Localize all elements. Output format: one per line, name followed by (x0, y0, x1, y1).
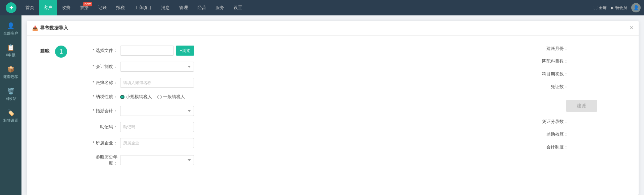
voucher-records-label: 凭证分录数： (538, 119, 568, 125)
step-label: 建账 (40, 48, 50, 54)
sidebar-item-0申报[interactable]: 📋0申报 (0, 41, 21, 61)
company-label: * 所属企业： (87, 140, 117, 146)
sidebar-icon: 📦 (7, 66, 14, 73)
nav-item-票据[interactable]: 票据new (75, 0, 93, 15)
nav-item-收费[interactable]: 收费 (57, 0, 75, 15)
sidebar-item-回收站[interactable]: 🗑️回收站 (0, 84, 21, 105)
accountant-label: * 指派会计： (87, 108, 117, 114)
nav-item-服务[interactable]: 服务 (211, 0, 229, 15)
match-subjects-row: 匹配科目数： (538, 58, 625, 64)
logo-icon: ✦ (6, 2, 16, 13)
vip-btn[interactable]: ▶ 畅会员 (611, 5, 627, 11)
nav-item-工商项目[interactable]: 工商项目 (130, 0, 156, 15)
nav-item-客户[interactable]: 客户 (39, 0, 57, 15)
fullscreen-icon: ⛶ (593, 5, 597, 10)
tax-type-row: * 纳税性质： 小规模纳税人 一般纳税人 (87, 94, 518, 100)
dialog-panel: 📥 导爷数据导入 × 建账 1 * 选择文件： (27, 21, 639, 195)
company-row: * 所属企业： (87, 138, 518, 148)
history-year-select[interactable] (120, 155, 194, 165)
step-area: 建账 1 (40, 46, 67, 172)
avatar[interactable]: 👤 (631, 3, 641, 12)
nav-item-报税[interactable]: 报税 (111, 0, 130, 15)
tax-type-general-input[interactable] (157, 95, 162, 99)
sidebar-item-全部客户[interactable]: 👤全部客户 (0, 19, 21, 39)
tax-type-small-label: 小规模纳税人 (126, 94, 152, 100)
account-name-input[interactable] (120, 78, 194, 88)
account-name-row: * 账簿名称： (87, 78, 518, 88)
vouchers-row: 凭证数： (538, 84, 625, 90)
sidebar-label: 0申报 (6, 53, 15, 58)
nav-badge-票据: new (83, 2, 92, 6)
accounting-label: * 会计制度： (87, 64, 117, 70)
sidebar-icon: 📋 (7, 44, 14, 51)
tax-type-general-radio[interactable]: 一般纳税人 (157, 94, 185, 100)
fullscreen-label: 全屏 (599, 5, 607, 11)
accounting-system-label: 会计制度： (538, 144, 568, 150)
tax-type-general-label: 一般纳税人 (163, 94, 185, 100)
month-label: 建账月份： (538, 46, 568, 52)
file-label: * 选择文件： (87, 48, 117, 54)
match-subjects-label: 匹配科目数： (538, 58, 568, 64)
sidebar: 👤全部客户📋0申报📦账套迁移🗑️回收站🏷️标签设置 (0, 15, 21, 195)
sidebar-label: 标签设置 (3, 118, 18, 123)
accounting-row: * 会计制度： (87, 62, 518, 72)
nav-right: ⛶ 全屏 ▶ 畅会员 👤 (593, 3, 641, 12)
info-section: 建账月份： 匹配科目数： 科目期初数： 凭证数： (538, 46, 625, 172)
file-input-group: +浏览 (120, 46, 194, 56)
nav-item-管理[interactable]: 管理 (175, 0, 193, 15)
sidebar-label: 回收站 (5, 96, 16, 101)
nav-item-消息[interactable]: 消息 (156, 0, 175, 15)
accounting-system-row: 会计制度： (538, 144, 625, 150)
nav-item-记账[interactable]: 记账 (93, 0, 111, 15)
sidebar-item-标签设置[interactable]: 🏷️标签设置 (0, 106, 21, 126)
vip-icon: ▶ (611, 5, 614, 10)
import-icon: 📥 (32, 25, 38, 31)
top-nav: ✦ 首页客户收费票据new记账报税工商项目消息管理经营服务设置 ⛶ 全屏 ▶ 畅… (0, 0, 644, 15)
dialog-body: 建账 1 * 选择文件： +浏览 * 会计制度： (27, 36, 639, 182)
account-name-label: * 账簿名称： (87, 80, 117, 86)
fullscreen-btn[interactable]: ⛶ 全屏 (593, 5, 607, 11)
auxiliary-row: 辅助核算： (538, 131, 625, 137)
sidebar-label: 账套迁移 (3, 74, 18, 79)
create-account-button[interactable]: 建账 (566, 100, 597, 112)
vouchers-label: 凭证数： (538, 84, 568, 90)
sidebar-label: 全部客户 (3, 31, 18, 36)
browse-button[interactable]: +浏览 (176, 46, 194, 56)
nav-item-经营[interactable]: 经营 (193, 0, 211, 15)
close-button[interactable]: × (630, 25, 633, 31)
nav-item-设置[interactable]: 设置 (229, 0, 247, 15)
tax-type-small-radio[interactable]: 小规模纳税人 (120, 94, 152, 100)
vip-label: 畅会员 (615, 5, 627, 11)
memo-input[interactable] (120, 122, 194, 132)
file-row: * 选择文件： +浏览 (87, 46, 518, 56)
accountant-select[interactable] (120, 106, 194, 116)
voucher-records-row: 凭证分录数： (538, 119, 625, 125)
company-input[interactable] (120, 138, 194, 148)
tax-type-radio-group: 小规模纳税人 一般纳税人 (120, 94, 185, 100)
history-year-row: 参照历史年度： (87, 154, 518, 166)
nav-items: 首页客户收费票据new记账报税工商项目消息管理经营服务设置 (21, 0, 593, 15)
memo-label: 助记码： (87, 124, 117, 130)
nav-item-首页[interactable]: 首页 (21, 0, 39, 15)
accountant-row: * 指派会计： (87, 106, 518, 116)
tax-type-small-input[interactable] (120, 95, 125, 99)
tax-type-label: * 纳税性质： (87, 94, 117, 100)
history-year-label: 参照历史年度： (87, 154, 117, 166)
subject-initial-row: 科目期初数： (538, 71, 625, 77)
sidebar-icon: 🏷️ (7, 109, 14, 117)
sidebar-item-账套迁移[interactable]: 📦账套迁移 (0, 62, 21, 83)
dialog-header: 📥 导爷数据导入 (27, 21, 639, 36)
logo: ✦ (3, 0, 19, 15)
content: 📥 导爷数据导入 × 建账 1 * 选择文件： (21, 15, 644, 195)
auxiliary-label: 辅助核算： (538, 131, 568, 137)
sidebar-icon: 🗑️ (7, 87, 14, 95)
form-section: * 选择文件： +浏览 * 会计制度： (87, 46, 518, 172)
sidebar-icon: 👤 (7, 22, 14, 29)
step-circle: 1 (55, 46, 67, 58)
accounting-select[interactable] (120, 62, 194, 72)
file-input[interactable] (120, 46, 174, 56)
subject-initial-label: 科目期初数： (538, 71, 568, 77)
main-layout: 👤全部客户📋0申报📦账套迁移🗑️回收站🏷️标签设置 📥 导爷数据导入 × 建账 … (0, 15, 644, 195)
month-row: 建账月份： (538, 46, 625, 52)
memo-row: 助记码： (87, 122, 518, 132)
